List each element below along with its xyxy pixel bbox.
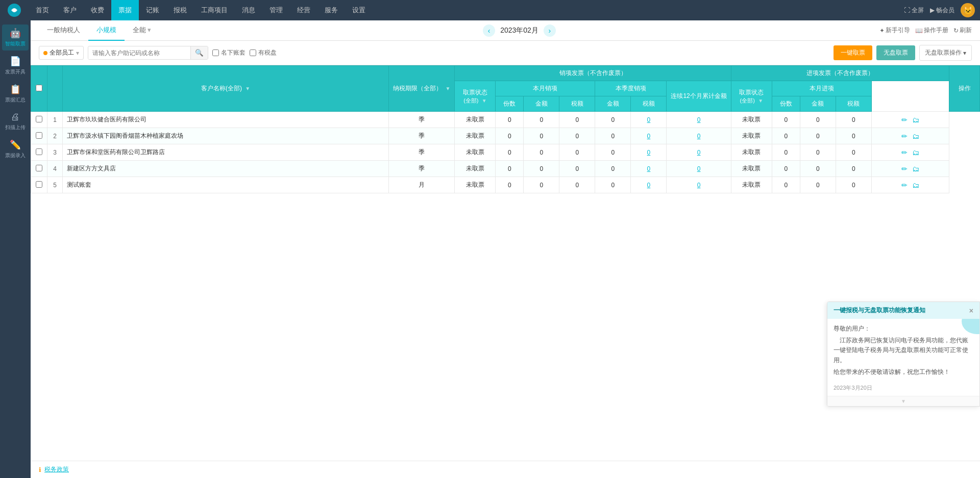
new-guide-link[interactable]: ✦ 新手引导	[879, 26, 910, 35]
search-button[interactable]: 🔍	[190, 46, 208, 59]
quarter-sales-tax-link[interactable]: 0	[647, 165, 651, 172]
nav-service[interactable]: 服务	[317, 0, 345, 20]
edit-icon[interactable]: ✏	[900, 116, 909, 124]
cumulative12-link[interactable]: 0	[697, 182, 701, 189]
one-key-fetch-btn[interactable]: 一键取票	[834, 45, 872, 60]
employee-select[interactable]: 全部员工 ▾	[39, 46, 84, 60]
edit-icon[interactable]: ✏	[900, 148, 909, 157]
col-month-sales: 本月销项	[533, 85, 557, 92]
fetch-status-input-filter-icon[interactable]: ▼	[758, 98, 763, 104]
fullscreen-btn[interactable]: ⛶ 全屏	[904, 6, 924, 15]
row-checkbox-cell[interactable]	[31, 177, 47, 193]
detail-icon[interactable]: 🗂	[911, 148, 921, 157]
quarter-sales-tax-link[interactable]: 0	[647, 149, 651, 156]
notification-popup: 一键报税与无盘取票功能恢复通知 × 尊敬的用户： 江苏政务网已恢复访问电子税务局…	[827, 301, 980, 407]
refresh-link[interactable]: ↻ 刷新	[953, 26, 972, 35]
tab-general-taxpayer[interactable]: 一般纳税人	[39, 20, 88, 41]
next-month-btn[interactable]: ›	[544, 24, 556, 37]
nav-invoice[interactable]: 票据	[111, 0, 139, 20]
manual-link[interactable]: 📖 操作手册	[915, 26, 948, 35]
col-month-sales-amount: 金额	[535, 100, 548, 107]
quarter-sales-tax-link[interactable]: 0	[647, 133, 651, 140]
bottom-bar: ℹ 税务政策	[31, 461, 980, 478]
edit-icon[interactable]: ✏	[900, 165, 909, 173]
row-checkbox[interactable]	[36, 132, 42, 139]
app-logo[interactable]	[5, 1, 23, 19]
row-checkbox[interactable]	[36, 116, 42, 122]
nav-operation[interactable]: 经营	[290, 0, 317, 20]
month-input-tax-cell: 0	[836, 112, 871, 128]
notification-close-btn[interactable]: ×	[969, 307, 973, 315]
sidebar-item-smart-fetch[interactable]: 🤖 智能取票	[2, 24, 29, 51]
row-checkbox-cell[interactable]	[31, 128, 47, 144]
tax-policy-link[interactable]: 税务政策	[44, 465, 69, 474]
tax-period-filter-icon[interactable]: ▼	[446, 86, 451, 91]
no-disk-fetch-btn[interactable]: 无盘取票	[876, 45, 915, 60]
prev-month-btn[interactable]: ‹	[483, 24, 495, 37]
col-fetch-status-sales: 取票状态	[463, 89, 487, 96]
edit-icon[interactable]: ✏	[900, 181, 909, 189]
row-checkbox-cell[interactable]	[31, 144, 47, 161]
client-name-cell: 卫辉市玖玖健合医药有限公司	[63, 112, 389, 128]
row-checkbox[interactable]	[36, 165, 42, 171]
cumulative12-cell: 0	[667, 112, 731, 128]
nav-client[interactable]: 客户	[56, 0, 84, 20]
detail-icon[interactable]: 🗂	[911, 132, 921, 140]
sidebar-item-scan-upload[interactable]: 🖨 扫描上传	[2, 109, 29, 134]
nav-business[interactable]: 工商项目	[194, 0, 235, 20]
sidebar-item-invoice-entry[interactable]: ✏️ 票据录入	[2, 136, 29, 162]
checkbox-has-tax-disk[interactable]: 有税盘	[250, 48, 277, 57]
detail-icon[interactable]: 🗂	[911, 116, 921, 124]
detail-icon[interactable]: 🗂	[911, 165, 921, 173]
tab-all[interactable]: 全能 ▾	[125, 20, 159, 41]
client-name-filter-icon[interactable]: ▼	[245, 86, 250, 91]
cumulative12-link[interactable]: 0	[697, 149, 701, 156]
fullscreen-label: 全屏	[912, 6, 924, 15]
row-checkbox-cell[interactable]	[31, 161, 47, 177]
toolbar-left: 全部员工 ▾ 🔍 名下账套 有税盘	[39, 46, 829, 60]
new-guide-icon: ✦	[879, 27, 885, 34]
nav-message[interactable]: 消息	[235, 0, 262, 20]
nav-manage[interactable]: 管理	[262, 0, 290, 20]
month-sales-count-cell: 0	[496, 144, 524, 161]
vip-btn[interactable]: ▶ 畅会员	[930, 6, 954, 15]
tax-period-cell: 季	[389, 144, 455, 161]
cumulative12-link[interactable]: 0	[697, 165, 701, 172]
row-checkbox[interactable]	[36, 148, 42, 155]
scroll-indicator: ▼	[827, 396, 979, 406]
fetch-status-sales-filter-icon[interactable]: ▼	[482, 98, 487, 104]
nav-home[interactable]: 首页	[29, 0, 56, 20]
tab-small-scale[interactable]: 小规模	[88, 20, 125, 41]
no-disk-ops-btn[interactable]: 无盘取票操作 ▾	[919, 45, 972, 61]
nav-fee[interactable]: 收费	[84, 0, 111, 20]
month-sales-count-cell: 0	[496, 177, 524, 193]
user-avatar[interactable]: 🐱	[961, 3, 975, 17]
select-all-checkbox[interactable]	[36, 85, 42, 91]
row-checkbox[interactable]	[36, 181, 42, 188]
nav-bookkeeping[interactable]: 记账	[139, 0, 166, 20]
quarter-sales-amount-cell: 0	[595, 144, 631, 161]
tab-all-dropdown-icon: ▾	[148, 26, 151, 34]
cumulative12-link[interactable]: 0	[697, 116, 701, 123]
nav-tax[interactable]: 报税	[166, 0, 194, 20]
fetch-status-sales-cell: 未取票	[455, 128, 496, 144]
search-input[interactable]	[88, 47, 190, 59]
cumulative12-link[interactable]: 0	[697, 133, 701, 140]
nav-settings[interactable]: 设置	[345, 0, 373, 20]
issue-invoice-icon: 📄	[10, 56, 21, 67]
has-tax-disk-checkbox[interactable]	[250, 49, 256, 56]
quarter-sales-tax-link[interactable]: 0	[647, 182, 651, 189]
col-tax-period: 纳税期限（全部）	[393, 85, 442, 92]
row-number: 1	[47, 112, 63, 128]
edit-icon[interactable]: ✏	[900, 132, 909, 140]
manual-icon: 📖	[915, 27, 923, 34]
main-layout: 🤖 智能取票 📄 发票开具 📋 票据汇总 🖨 扫描上传 ✏️ 票据录入 一般纳税…	[0, 20, 980, 478]
sidebar-item-issue-invoice[interactable]: 📄 发票开具	[2, 53, 29, 79]
checkbox-own-accounts[interactable]: 名下账套	[212, 48, 246, 57]
detail-icon[interactable]: 🗂	[911, 181, 921, 189]
quarter-sales-tax-link[interactable]: 0	[647, 116, 651, 123]
month-input-amount-cell: 0	[800, 112, 836, 128]
row-checkbox-cell[interactable]	[31, 112, 47, 128]
sidebar-item-invoice-summary[interactable]: 📋 票据汇总	[2, 81, 29, 107]
own-accounts-checkbox[interactable]	[212, 49, 219, 56]
